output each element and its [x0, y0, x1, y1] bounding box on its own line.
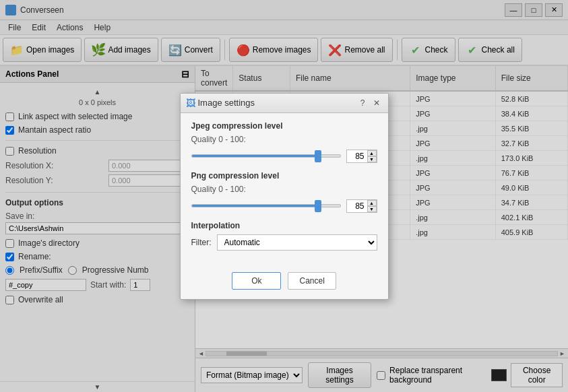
modal-controls: ? ✕ [358, 98, 383, 108]
png-value-input: ▲ ▼ [346, 199, 377, 213]
modal-icon: 🖼 [186, 98, 195, 108]
modal-footer: Ok Cancel [181, 265, 388, 299]
modal-close-button[interactable]: ✕ [371, 98, 383, 108]
png-spin-up[interactable]: ▲ [367, 200, 377, 206]
jpeg-slider-fill [192, 155, 318, 157]
png-section-title: Png compression level [191, 171, 377, 181]
jpeg-spinners: ▲ ▼ [367, 150, 377, 162]
jpeg-slider-thumb[interactable] [315, 150, 321, 162]
interpolation-row: Filter: Automatic Nearest Bilinear Bicub… [191, 234, 377, 251]
png-value-field[interactable] [347, 200, 367, 212]
interpolation-title: Interpolation [191, 221, 377, 230]
png-slider-thumb[interactable] [315, 200, 321, 212]
png-slider-track[interactable] [191, 204, 341, 207]
jpeg-spin-up[interactable]: ▲ [367, 150, 377, 156]
jpeg-value-field[interactable] [347, 150, 367, 162]
jpeg-quality-label: Quality 0 - 100: [191, 135, 377, 144]
filter-select[interactable]: Automatic Nearest Bilinear Bicubic Lancz… [217, 234, 377, 251]
png-slider-row: ▲ ▼ [191, 199, 377, 213]
modal-title: Image settings [198, 98, 358, 108]
png-spinners: ▲ ▼ [367, 200, 377, 212]
jpeg-slider-row: ▲ ▼ [191, 150, 377, 163]
png-slider-fill [192, 205, 318, 207]
image-settings-modal: 🖼 Image settings ? ✕ Jpeg compression le… [180, 93, 389, 300]
modal-ok-button[interactable]: Ok [232, 272, 281, 290]
png-spin-down[interactable]: ▼ [367, 206, 377, 212]
modal-overlay: 🖼 Image settings ? ✕ Jpeg compression le… [0, 0, 568, 392]
jpeg-value-input: ▲ ▼ [346, 150, 377, 163]
png-quality-label: Quality 0 - 100: [191, 185, 377, 194]
modal-help-button[interactable]: ? [358, 98, 368, 108]
modal-cancel-button[interactable]: Cancel [288, 272, 336, 290]
jpeg-spin-down[interactable]: ▼ [367, 156, 377, 162]
jpeg-slider-track[interactable] [191, 154, 341, 158]
modal-content: Jpeg compression level Quality 0 - 100: … [181, 113, 388, 265]
modal-title-bar: 🖼 Image settings ? ✕ [181, 94, 388, 113]
jpeg-section-title: Jpeg compression level [191, 121, 377, 131]
filter-label: Filter: [191, 238, 212, 247]
